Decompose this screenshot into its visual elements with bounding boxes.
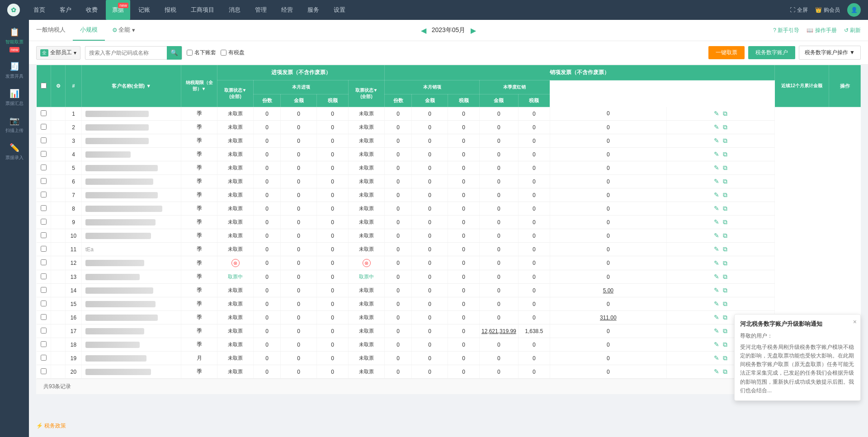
edit-btn[interactable]: ✎ [714, 273, 719, 280]
copy-btn[interactable]: ⧉ [723, 164, 727, 171]
row-checkbox[interactable] [41, 232, 47, 238]
nav-commerce[interactable]: 工商项目 [184, 0, 221, 20]
copy-btn[interactable]: ⧉ [723, 191, 727, 198]
checkbox-taxdisk[interactable]: 有税盘 [221, 49, 245, 56]
avatar[interactable]: 👤 [847, 3, 861, 17]
taxdisk-checkbox[interactable] [221, 50, 226, 56]
row-checkbox[interactable] [41, 137, 47, 143]
row-checkbox[interactable] [41, 273, 47, 279]
row-checkbox[interactable] [41, 368, 47, 374]
prev-period-btn[interactable]: ◀ [421, 26, 426, 35]
copy-btn[interactable]: ⧉ [723, 205, 727, 212]
refresh-btn[interactable]: ↺ 刷新 [844, 27, 861, 34]
row-checkbox[interactable] [41, 219, 47, 225]
row-checkbox[interactable] [41, 110, 47, 116]
tax-policy-link[interactable]: ⚡ 税务政策 [36, 422, 66, 430]
edit-btn[interactable]: ✎ [714, 137, 719, 144]
cell-checkbox[interactable] [37, 324, 51, 338]
copy-btn[interactable]: ⧉ [723, 259, 727, 267]
copy-btn[interactable]: ⧉ [723, 232, 727, 239]
cell-checkbox[interactable] [37, 121, 51, 134]
subaccount-checkbox[interactable] [187, 50, 193, 56]
row-checkbox[interactable] [41, 259, 47, 265]
nav-manage[interactable]: 管理 [249, 0, 273, 20]
search-input[interactable] [85, 50, 167, 56]
manual-btn[interactable]: 📖 操作手册 [807, 27, 836, 34]
cell-checkbox[interactable] [37, 188, 51, 202]
cell-checkbox[interactable] [37, 338, 51, 352]
cell-checkbox[interactable] [37, 284, 51, 297]
tax-digital-account-btn[interactable]: 税务数字账户 [748, 46, 795, 59]
nav-service[interactable]: 服务 [301, 0, 326, 20]
cell-checkbox[interactable] [37, 365, 51, 379]
copy-btn[interactable]: ⧉ [723, 300, 727, 307]
row-checkbox[interactable] [41, 124, 47, 130]
edit-btn[interactable]: ✎ [714, 368, 719, 375]
sidebar-item-invoice-open[interactable]: 🧾 发票开具 [2, 58, 27, 83]
cell-checkbox[interactable] [37, 243, 51, 256]
select-all-checkbox[interactable] [41, 83, 47, 89]
copy-btn[interactable]: ⧉ [723, 287, 727, 294]
edit-btn[interactable]: ✎ [714, 178, 719, 185]
edit-btn[interactable]: ✎ [714, 259, 719, 267]
sidebar-item-entry[interactable]: ✏️ 票据录入 [2, 139, 27, 164]
nav-accounting[interactable]: 记账 [132, 0, 156, 20]
copy-btn[interactable]: ⧉ [723, 137, 727, 144]
edit-btn[interactable]: ✎ [714, 245, 719, 253]
tab-all[interactable]: ⚙ 全能 ▾ [105, 20, 142, 41]
copy-btn[interactable]: ⧉ [723, 150, 727, 158]
nav-client[interactable]: 客户 [53, 0, 78, 20]
cell-checkbox[interactable] [37, 107, 51, 121]
sidebar-item-summary[interactable]: 📊 票据汇总 [2, 85, 27, 110]
edit-btn[interactable]: ✎ [714, 354, 719, 362]
row-checkbox[interactable] [41, 301, 47, 306]
cell-checkbox[interactable] [37, 175, 51, 188]
fullscreen-btn[interactable]: ⛶ 全屏 [790, 6, 808, 14]
notification-close-btn[interactable]: × [853, 318, 857, 325]
cell-checkbox[interactable] [37, 148, 51, 161]
cell-checkbox[interactable] [37, 134, 51, 148]
edit-btn[interactable]: ✎ [714, 164, 719, 171]
cell-checkbox[interactable] [37, 229, 51, 243]
edit-btn[interactable]: ✎ [714, 110, 719, 117]
nav-settings[interactable]: 设置 [327, 0, 352, 20]
row-checkbox[interactable] [41, 192, 47, 197]
row-checkbox[interactable] [41, 246, 47, 252]
row-checkbox[interactable] [41, 151, 47, 157]
one-key-ticket-btn[interactable]: 一键取票 [708, 46, 745, 59]
tab-small-scale[interactable]: 小规模 [73, 20, 105, 41]
sidebar-item-smart-ticket[interactable]: 📋 智能取票 new [2, 23, 27, 56]
copy-btn[interactable]: ⧉ [723, 368, 727, 375]
edit-btn[interactable]: ✎ [714, 205, 719, 212]
nav-billing[interactable]: 收费 [80, 0, 104, 20]
tax-digital-operation-btn[interactable]: 税务数字账户操作 ▼ [799, 46, 861, 60]
search-button[interactable]: 🔍 [167, 46, 182, 60]
nav-home[interactable]: 首页 [27, 0, 52, 20]
row-checkbox[interactable] [41, 287, 47, 293]
tab-general-taxpayer[interactable]: 一般纳税人 [29, 20, 73, 41]
nav-tax[interactable]: 报税 [158, 0, 183, 20]
row-checkbox[interactable] [41, 178, 47, 184]
cell-checkbox[interactable] [37, 216, 51, 229]
nav-message[interactable]: 消息 [222, 0, 247, 20]
sidebar-item-scan[interactable]: 📷 扫描上传 [2, 112, 27, 137]
nav-ticket[interactable]: 票据 new [106, 0, 130, 20]
cell-checkbox[interactable] [37, 311, 51, 324]
employee-select[interactable]: 全 全部员工 ▾ [36, 46, 80, 60]
edit-btn[interactable]: ✎ [714, 327, 719, 334]
vip-btn[interactable]: 👑 购会员 [815, 6, 840, 14]
row-checkbox[interactable] [41, 355, 47, 361]
copy-btn[interactable]: ⧉ [723, 178, 727, 185]
copy-btn[interactable]: ⧉ [723, 218, 727, 226]
copy-btn[interactable]: ⧉ [723, 273, 727, 280]
next-period-btn[interactable]: ▶ [471, 26, 476, 35]
edit-btn[interactable]: ✎ [714, 232, 719, 239]
copy-btn[interactable]: ⧉ [723, 314, 727, 321]
edit-btn[interactable]: ✎ [714, 123, 719, 131]
copy-btn[interactable]: ⧉ [723, 354, 727, 362]
edit-btn[interactable]: ✎ [714, 300, 719, 307]
edit-btn[interactable]: ✎ [714, 341, 719, 348]
edit-btn[interactable]: ✎ [714, 287, 719, 294]
copy-btn[interactable]: ⧉ [723, 327, 727, 334]
row-checkbox[interactable] [41, 328, 47, 334]
